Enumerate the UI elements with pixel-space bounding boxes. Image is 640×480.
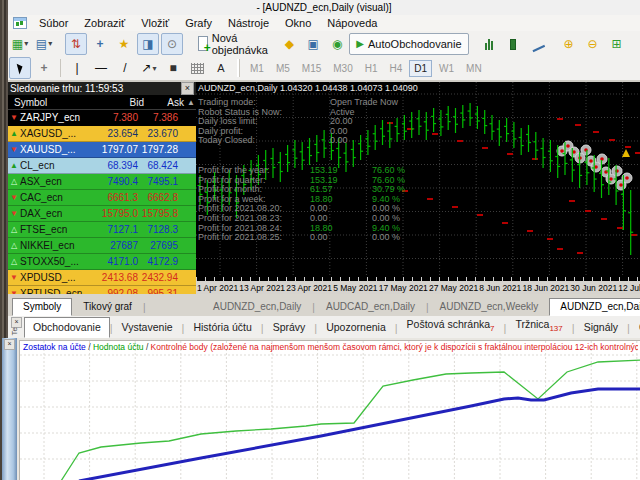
menu-zobrazit[interactable]: Zobraziť bbox=[77, 16, 132, 30]
legend-equity: Hodnota účtu bbox=[93, 342, 144, 352]
tab-historia-uctu[interactable]: História účtu bbox=[184, 317, 260, 338]
market-watch-toggle-button[interactable]: ⇅ bbox=[65, 33, 87, 55]
table-row[interactable]: ▼XPTUSD_ecn992.08995.31 bbox=[8, 286, 196, 294]
candle-chart-type-button[interactable] bbox=[502, 33, 524, 55]
menu-subor[interactable]: Súbor bbox=[32, 16, 75, 30]
timeframe-h4[interactable]: H4 bbox=[385, 60, 408, 77]
new-chart-button[interactable]: ▦▾ bbox=[9, 33, 31, 55]
menu-nastroje[interactable]: Nástroje bbox=[221, 16, 276, 30]
table-row[interactable]: △FTSE_ecn7127.17128.3 bbox=[8, 222, 196, 238]
metaeditor-button[interactable]: ◆ bbox=[278, 33, 300, 55]
fibonacci-tool-button[interactable] bbox=[186, 57, 208, 79]
terminal-icon: ◨ bbox=[142, 37, 153, 51]
table-row[interactable]: ▲XAGUSD_...23.65423.670 bbox=[8, 126, 196, 142]
column-symbol[interactable]: Symbol bbox=[8, 97, 98, 108]
table-row[interactable]: ▼DAX_ecn15795.015795.8 bbox=[8, 206, 196, 222]
close-icon[interactable]: × bbox=[4, 339, 15, 350]
chevron-down-icon[interactable]: ▾ bbox=[48, 39, 52, 48]
price-chart[interactable]: AUDNZD_ecn,Daily 1.04320 1.04438 1.04073… bbox=[196, 82, 640, 277]
table-row[interactable]: △NIKKEI_ecn2768727695 bbox=[8, 238, 196, 254]
scroll-up-icon[interactable]: ▲ bbox=[184, 98, 196, 107]
table-row[interactable]: ▲CL_ecn68.39468.424 bbox=[8, 158, 196, 174]
horizontal-line-tool-button[interactable]: — bbox=[90, 57, 112, 79]
chevron-down-icon[interactable]: ▾ bbox=[153, 64, 157, 73]
trend-arrow-icon: ▼ bbox=[8, 113, 20, 122]
crosshair-tool-button[interactable]: + bbox=[33, 57, 55, 79]
cursor-tool-button[interactable] bbox=[9, 57, 31, 79]
timeframe-m1[interactable]: M1 bbox=[245, 60, 269, 77]
tab-spravy[interactable]: Správy bbox=[264, 317, 315, 338]
strategy-tester-button[interactable]: ⊙ bbox=[161, 33, 183, 55]
menu-vlozit[interactable]: Vložiť bbox=[134, 16, 176, 30]
shape-icon: ■ bbox=[169, 61, 176, 75]
timeframe-mn[interactable]: MN bbox=[461, 60, 487, 77]
market-watch-title: Sledovanie trhu: 11:59:53 bbox=[10, 83, 123, 94]
tab-obchodovanie[interactable]: Obchodovanie bbox=[24, 317, 110, 338]
close-icon[interactable]: × bbox=[181, 82, 194, 95]
column-bid[interactable]: Bid bbox=[98, 97, 144, 108]
zoom-in-icon: ⊕ bbox=[564, 37, 574, 51]
standard-toolbar: ▦▾ ▤▾ ⇅ + ★ ◨ ⊙ Nová objednávka ◆ ▣ ◉ ▶ … bbox=[8, 31, 640, 57]
profit-value: 0.00 bbox=[310, 233, 372, 243]
tester-side-strip bbox=[2, 338, 17, 480]
zoom-in-button[interactable]: ⊕ bbox=[558, 33, 580, 55]
menu-grafy[interactable]: Grafy bbox=[178, 16, 219, 30]
market-watch-column-headers: Symbol Bid Ask ▲ bbox=[8, 95, 196, 110]
timeframe-m15[interactable]: M15 bbox=[297, 60, 326, 77]
timeframe-m5[interactable]: M5 bbox=[271, 60, 295, 77]
tab-upozornenia[interactable]: Upozornenia bbox=[317, 317, 395, 338]
timeframe-w1[interactable]: W1 bbox=[434, 60, 459, 77]
vertical-line-tool-button[interactable]: | bbox=[66, 57, 88, 79]
chevron-down-icon[interactable]: ▾ bbox=[24, 39, 28, 48]
menu-okno[interactable]: Okno bbox=[278, 16, 318, 30]
text-tool-icon: A bbox=[217, 62, 224, 74]
column-ask[interactable]: Ask bbox=[144, 97, 184, 108]
menu-napoveda[interactable]: Nápoveda bbox=[320, 16, 384, 30]
timeframe-m30[interactable]: M30 bbox=[328, 60, 357, 77]
tab-vystavenie[interactable]: Vystavenie bbox=[113, 317, 182, 338]
tab-tikovy-graf[interactable]: Tikový graf bbox=[72, 298, 143, 316]
ask-cell: 1797.28 bbox=[138, 144, 178, 155]
chart-ohlc-info: AUDNZD_ecn,Daily 1.04320 1.04438 1.04073… bbox=[198, 83, 418, 93]
table-row[interactable]: ▼ZARJPY_ecn7.3807.386 bbox=[8, 110, 196, 126]
tester-graph[interactable]: Zostatok na účte / Hodnota účtu / Kontro… bbox=[19, 340, 640, 480]
new-order-button[interactable]: Nová objednávka bbox=[192, 34, 277, 54]
fibonacci-grid-icon bbox=[191, 63, 204, 74]
symbol-cell: STOXX50_... bbox=[20, 256, 92, 267]
new-order-label: Nová objednávka bbox=[212, 32, 272, 56]
table-row[interactable]: ▼XAUUSD_...1797.071797.28 bbox=[8, 142, 196, 158]
tester-legend: Zostatok na účte / Hodnota účtu / Kontro… bbox=[23, 342, 638, 352]
strategy-tester-panel: × Zostatok na účte / Hodnota účtu / Kont… bbox=[8, 338, 640, 480]
tab-clanky[interactable]: Články bbox=[630, 317, 640, 338]
tab-trznica[interactable]: Tržnica137 bbox=[506, 314, 571, 338]
experts-button[interactable]: ▣ bbox=[302, 33, 324, 55]
table-row[interactable]: △STOXX50_...4171.04172.9 bbox=[8, 254, 196, 270]
navigator-button[interactable]: ★ bbox=[113, 33, 135, 55]
connection-button[interactable]: ◉ bbox=[326, 33, 348, 55]
line-chart-icon bbox=[528, 35, 545, 52]
trendline-icon: / bbox=[123, 61, 126, 75]
table-row[interactable]: ▼CAC_ecn6661.36662.8 bbox=[8, 190, 196, 206]
table-row[interactable]: △ASX_ecn7490.47495.1 bbox=[8, 174, 196, 190]
ea-profit-block: Profit for the year:153.1976.60 % Profit… bbox=[198, 166, 432, 243]
terminal-toggle-button[interactable]: ◨ bbox=[137, 33, 159, 55]
arrows-tool-button[interactable]: ↗▾ bbox=[138, 57, 160, 79]
shapes-tool-button[interactable]: ■ bbox=[162, 57, 184, 79]
line-chart-type-button[interactable] bbox=[526, 33, 548, 55]
text-tool-button[interactable]: A bbox=[210, 57, 232, 79]
autotrading-button[interactable]: ▶ AutoObchodovanie bbox=[349, 33, 468, 55]
zoom-out-button[interactable]: ⊖ bbox=[582, 33, 604, 55]
tab-postova-schranka[interactable]: Poštová schránka7 bbox=[398, 314, 504, 338]
profiles-button[interactable]: ▤▾ bbox=[33, 33, 55, 55]
trendline-tool-button[interactable]: / bbox=[114, 57, 136, 79]
bar-chart-type-button[interactable] bbox=[478, 33, 500, 55]
timeframe-h1[interactable]: H1 bbox=[360, 60, 383, 77]
timeframe-d1[interactable]: D1 bbox=[409, 60, 432, 77]
tab-signaly[interactable]: Signály bbox=[575, 317, 627, 338]
chart-tab[interactable]: AUDNZD_ecn,Daily bbox=[202, 298, 312, 316]
table-row[interactable]: ▼XPDUSD_...2413.682432.94 bbox=[8, 270, 196, 286]
data-window-button[interactable]: + bbox=[89, 33, 111, 55]
badge: 7 bbox=[490, 324, 494, 333]
tab-symboly[interactable]: Symboly bbox=[12, 298, 72, 316]
tile-windows-button[interactable]: ⊞ bbox=[606, 33, 628, 55]
